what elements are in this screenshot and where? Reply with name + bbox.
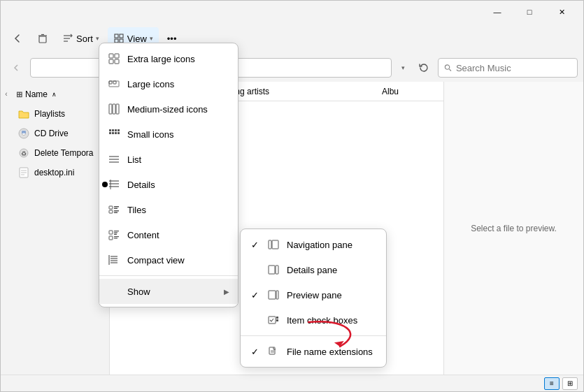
- arrow-indicator: [301, 315, 385, 359]
- menu-item-content[interactable]: Content: [99, 222, 238, 247]
- menu-item-tiles[interactable]: Tiles: [99, 197, 238, 222]
- list-view-icon: ≡: [550, 379, 554, 387]
- sort-chevron: ▾: [96, 35, 99, 42]
- list-icon: [108, 153, 120, 166]
- menu-item-small[interactable]: Small icons: [99, 122, 238, 147]
- details-icon: [108, 178, 120, 191]
- menu-item-large[interactable]: Large icons: [99, 71, 238, 96]
- compact-icon: [108, 254, 120, 266]
- extra-large-icon: [108, 52, 120, 65]
- medium-icon: [108, 103, 120, 115]
- svg-text:♻: ♻: [21, 150, 27, 157]
- nav-pane-label: Navigation pane: [287, 240, 378, 250]
- svg-rect-39: [117, 132, 120, 134]
- svg-rect-58: [114, 236, 119, 237]
- nav-back-button[interactable]: [6, 57, 26, 79]
- tiles-label: Tiles: [127, 205, 229, 215]
- statusbar: ≡ ⊞: [1, 375, 583, 391]
- svg-rect-23: [109, 59, 113, 64]
- svg-rect-33: [112, 129, 114, 131]
- svg-rect-32: [109, 129, 111, 131]
- nav-header: ⊞ Name ∧: [12, 85, 109, 104]
- tiles-icon: [108, 203, 120, 216]
- menu-item-list[interactable]: List: [99, 147, 238, 172]
- delete-button[interactable]: [31, 27, 54, 50]
- nav-section: ⊞ Name ∧ Playlists: [12, 82, 109, 185]
- svg-point-10: [445, 65, 449, 69]
- svg-rect-53: [109, 231, 113, 234]
- maximize-button[interactable]: □: [513, 1, 546, 23]
- svg-rect-7: [120, 34, 123, 38]
- search-input[interactable]: [456, 63, 571, 73]
- path-dropdown[interactable]: ▾: [396, 58, 410, 78]
- svg-rect-29: [109, 104, 112, 114]
- nav-pane-check: ✓: [249, 240, 260, 250]
- titlebar-controls: — □ ✕: [481, 1, 578, 23]
- compact-label: Compact view: [127, 255, 229, 266]
- svg-rect-0: [39, 36, 46, 43]
- nav-sort-icon: ⊞: [16, 90, 22, 99]
- close-button[interactable]: ✕: [546, 1, 578, 23]
- svg-rect-69: [269, 291, 276, 299]
- menu-divider-1: [99, 275, 238, 276]
- show-label: Show: [127, 286, 217, 297]
- nav-sort-chevron: ∧: [52, 91, 57, 98]
- svg-rect-24: [115, 59, 119, 64]
- col-album-header: Albu: [382, 87, 438, 96]
- svg-rect-30: [113, 104, 115, 114]
- view-dropdown-menu: Extra large icons Large icons: [99, 43, 238, 307]
- large-label: Large icons: [127, 79, 229, 89]
- submenu-nav-pane[interactable]: ✓ Navigation pane: [241, 232, 386, 257]
- nav-toggle-button[interactable]: ‹: [5, 87, 7, 101]
- details-label: Details: [127, 180, 229, 190]
- minimize-button[interactable]: —: [481, 1, 513, 23]
- search-box[interactable]: [438, 58, 578, 78]
- grid-view-toggle[interactable]: ⊞: [562, 377, 578, 390]
- svg-rect-70: [276, 291, 278, 299]
- svg-rect-34: [115, 129, 117, 131]
- small-label: Small icons: [127, 129, 229, 140]
- nav-collapse-area: ‹: [1, 82, 12, 375]
- svg-rect-65: [269, 240, 271, 249]
- nav-item-cddrive[interactable]: CD Drive: [12, 124, 109, 143]
- preview-text: Select a file to preview.: [471, 224, 557, 233]
- nav-pane-icon: [267, 238, 280, 251]
- refresh-button[interactable]: [414, 58, 434, 78]
- svg-rect-14: [22, 131, 26, 133]
- svg-rect-52: [114, 212, 117, 214]
- recycle-icon: ♻: [17, 147, 30, 159]
- menu-item-compact[interactable]: Compact view: [99, 247, 238, 273]
- svg-rect-73: [276, 319, 278, 321]
- delete-icon: [37, 33, 48, 44]
- nav-item-delete-temp[interactable]: ♻ Delete Tempora: [12, 143, 109, 163]
- sort-button[interactable]: Sort ▾: [57, 27, 105, 50]
- nav-item-desktop-ini[interactable]: desktop.ini: [12, 163, 109, 182]
- back-icon: [12, 33, 23, 44]
- list-view-toggle[interactable]: ≡: [544, 377, 560, 390]
- back-button[interactable]: [6, 27, 29, 50]
- nav-item-playlists[interactable]: Playlists: [12, 104, 109, 124]
- menu-item-extra-large[interactable]: Extra large icons: [99, 46, 238, 71]
- view-chevron: ▾: [150, 35, 153, 42]
- grid-view-icon: ⊞: [567, 379, 573, 387]
- svg-rect-26: [113, 81, 116, 84]
- cd-icon: [17, 127, 30, 140]
- content-icon: [108, 228, 120, 241]
- window: — □ ✕: [0, 0, 584, 392]
- menu-item-show[interactable]: Show ▶: [99, 279, 238, 304]
- svg-rect-22: [115, 54, 119, 58]
- cddrive-label: CD Drive: [34, 129, 104, 138]
- svg-rect-56: [114, 234, 117, 235]
- svg-line-11: [449, 69, 451, 71]
- submenu-details-pane[interactable]: Details pane: [241, 257, 386, 282]
- svg-rect-35: [117, 129, 120, 131]
- preview-pane: Select a file to preview.: [443, 82, 583, 375]
- show-arrow: ▶: [224, 288, 229, 296]
- show-icon: [108, 285, 120, 298]
- file-ext-icon: [267, 345, 280, 358]
- menu-item-details[interactable]: Details: [99, 172, 238, 197]
- menu-item-medium[interactable]: Medium-sized icons: [99, 96, 238, 122]
- svg-rect-21: [109, 54, 113, 58]
- submenu-preview-pane[interactable]: ✓ Preview pane: [241, 282, 386, 307]
- svg-rect-47: [109, 206, 113, 209]
